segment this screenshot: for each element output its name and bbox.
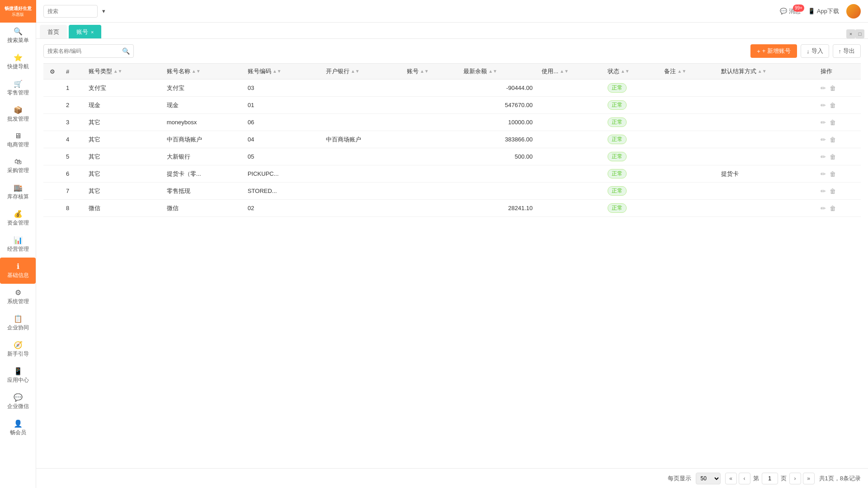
col-usage-label: 使用... [542, 67, 558, 75]
col-settings[interactable]: ⚙ [43, 64, 61, 80]
sidebar-item-member[interactable]: 👤 畅会员 [0, 415, 36, 441]
agreement-icon: 📋 [14, 314, 23, 323]
app-download-button[interactable]: 📱 App下载 [808, 7, 839, 15]
tab-close-icon[interactable]: × [91, 29, 94, 35]
row-settings-cell [43, 200, 61, 217]
delete-icon[interactable]: 🗑 [830, 136, 836, 143]
sidebar-item-guide[interactable]: 🧭 新手引导 [0, 336, 36, 362]
next-page-button[interactable]: › [789, 473, 801, 484]
col-status[interactable]: 状态▲▼ [603, 64, 660, 80]
tab-home[interactable]: 首页 [40, 25, 67, 38]
retail-icon: 🛒 [14, 80, 23, 88]
col-balance[interactable]: 最新余额▲▼ [459, 64, 537, 80]
col-usage[interactable]: 使用...▲▼ [537, 64, 603, 80]
row-status: 正常 [603, 148, 660, 165]
col-default-payment[interactable]: 默认结算方式▲▼ [717, 64, 816, 80]
delete-icon[interactable]: 🗑 [830, 102, 836, 109]
edit-icon[interactable]: ✏ [821, 170, 826, 178]
sidebar-item-label: 企业微信 [7, 403, 29, 410]
delete-icon[interactable]: 🗑 [830, 205, 836, 212]
sidebar: 畅捷通好生意 乐惠版 🔍 搜索菜单 ⭐ 快捷导航 🛒 零售管理 📦 批发管理 🖥… [0, 0, 36, 488]
sidebar-item-finance[interactable]: 💰 资金管理 [0, 205, 36, 231]
sidebar-item-search[interactable]: 🔍 搜索菜单 [0, 23, 36, 49]
delete-icon[interactable]: 🗑 [830, 153, 836, 160]
status-badge: 正常 [608, 203, 627, 213]
window-maximize-button[interactable]: □ [855, 29, 864, 38]
sidebar-item-ecommerce[interactable]: 🖥 电商管理 [0, 127, 36, 153]
row-settings-cell [43, 114, 61, 131]
header-search-input[interactable] [43, 5, 98, 18]
row-bank [321, 200, 402, 217]
export-button[interactable]: ↑ 导出 [833, 44, 861, 58]
sidebar-item-label: 经营管理 [7, 245, 29, 253]
user-avatar[interactable] [846, 4, 861, 19]
edit-icon[interactable]: ✏ [821, 188, 826, 195]
sort-icon: ▲▼ [621, 69, 630, 74]
sidebar-item-warehouse[interactable]: 🏬 库存核算 [0, 179, 36, 205]
edit-icon[interactable]: ✏ [821, 119, 826, 126]
sidebar-item-shortcut[interactable]: ⭐ 快捷导航 [0, 49, 36, 75]
col-account[interactable]: 账号▲▼ [402, 64, 459, 80]
add-account-button[interactable]: + + 新增账号 [750, 44, 797, 58]
sidebar-item-basic[interactable]: ℹ 基础信息 [0, 258, 36, 284]
row-usage [537, 131, 603, 148]
row-type: 其它 [84, 165, 162, 183]
sidebar-item-operations[interactable]: 📊 经营管理 [0, 231, 36, 258]
row-name: 零售抵现 [162, 183, 243, 200]
sidebar-item-retail[interactable]: 🛒 零售管理 [0, 75, 36, 101]
col-name-label: 账号名称 [167, 67, 190, 75]
delete-icon[interactable]: 🗑 [830, 188, 836, 195]
tab-home-label: 首页 [47, 28, 59, 36]
row-remark [660, 200, 717, 217]
wechat-icon: 💬 [14, 393, 23, 402]
tab-bar: 首页 账号 × × □ [36, 23, 868, 39]
col-code-label: 账号编码 [248, 67, 271, 75]
prev-page-button[interactable]: ‹ [739, 473, 750, 484]
total-label: 共1页，8条记录 [819, 474, 861, 483]
status-badge: 正常 [608, 117, 627, 127]
search-input[interactable] [47, 48, 122, 54]
sidebar-item-label: 应用中心 [7, 376, 29, 384]
basic-icon: ℹ [17, 262, 19, 271]
first-page-button[interactable]: « [725, 473, 737, 484]
delete-icon[interactable]: 🗑 [830, 84, 836, 92]
row-remark [660, 148, 717, 165]
col-type[interactable]: 账号类型▲▼ [84, 64, 162, 80]
col-name[interactable]: 账号名称▲▼ [162, 64, 243, 80]
row-settings-cell [43, 183, 61, 200]
window-close-button[interactable]: × [846, 29, 855, 38]
import-button[interactable]: ↓ 导入 [801, 44, 829, 58]
message-button[interactable]: 💬 消息 99+ [780, 7, 801, 15]
row-actions: ✏ 🗑 [816, 200, 861, 217]
sidebar-item-wechat[interactable]: 💬 企业微信 [0, 389, 36, 415]
header-dropdown[interactable]: ▾ [102, 8, 105, 14]
sidebar-item-system[interactable]: ⚙ 系统管理 [0, 284, 36, 310]
sidebar-item-purchase[interactable]: 🛍 采购管理 [0, 153, 36, 179]
edit-icon[interactable]: ✏ [821, 84, 826, 92]
col-bank-label: 开户银行 [326, 67, 349, 75]
edit-icon[interactable]: ✏ [821, 102, 826, 109]
last-page-button[interactable]: » [803, 473, 815, 484]
content-area: 🔍 + + 新增账号 ↓ 导入 ↑ 导出 [36, 39, 868, 488]
sort-icon: ▲▼ [192, 69, 201, 74]
page-size-select[interactable]: 50 10 20 100 [696, 473, 721, 484]
delete-icon[interactable]: 🗑 [830, 119, 836, 126]
row-actions: ✏ 🗑 [816, 183, 861, 200]
edit-icon[interactable]: ✏ [821, 153, 826, 160]
col-remark[interactable]: 备注▲▼ [660, 64, 717, 80]
edit-icon[interactable]: ✏ [821, 205, 826, 212]
col-code[interactable]: 账号编码▲▼ [243, 64, 321, 80]
tab-accounts[interactable]: 账号 × [69, 25, 101, 38]
page-input[interactable] [762, 473, 778, 484]
row-status: 正常 [603, 80, 660, 97]
sidebar-item-label: 畅会员 [10, 429, 26, 436]
col-bank[interactable]: 开户银行▲▼ [321, 64, 402, 80]
sidebar-item-agreement[interactable]: 📋 企业协同 [0, 310, 36, 336]
delete-icon[interactable]: 🗑 [830, 170, 836, 178]
edit-icon[interactable]: ✏ [821, 136, 826, 143]
row-name: 提货卡（零... [162, 165, 243, 183]
sidebar-item-app-center[interactable]: 📱 应用中心 [0, 362, 36, 389]
row-balance: 10000.00 [459, 114, 537, 131]
sidebar-item-wholesale[interactable]: 📦 批发管理 [0, 101, 36, 127]
row-status: 正常 [603, 131, 660, 148]
